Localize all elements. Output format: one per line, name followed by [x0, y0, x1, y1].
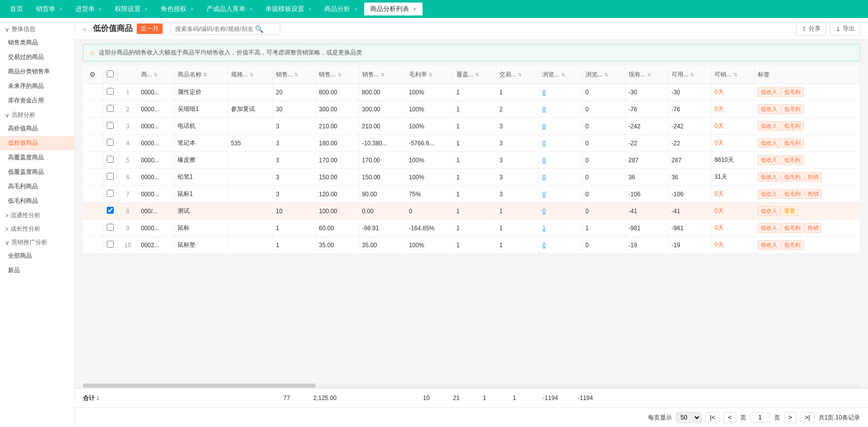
gear-button[interactable]: ⚙ [87, 69, 98, 79]
row-checkbox[interactable] [107, 156, 114, 163]
browse1-link[interactable]: 0 [542, 191, 546, 198]
close-purchase-icon[interactable]: × [99, 6, 102, 12]
row-sellable: 0天 [711, 203, 754, 220]
row-checkbox[interactable] [107, 105, 114, 112]
row-checkbox[interactable] [107, 207, 114, 214]
sidebar-item-low-profit[interactable]: 低毛利商品 [0, 194, 74, 208]
row-checkbox[interactable] [107, 173, 114, 180]
nav-product-analysis[interactable]: 商品分析 × [318, 2, 363, 15]
browse1-link[interactable]: 0 [542, 89, 546, 96]
th-browse2[interactable]: 浏览... ⇅ [582, 65, 625, 84]
th-current-stock[interactable]: 现有... ⇅ [625, 65, 668, 84]
th-sellable[interactable]: 可销... ⇅ [711, 65, 754, 84]
close-product-entry-icon[interactable]: × [249, 6, 252, 12]
browse1-link[interactable]: 0 [542, 140, 546, 147]
horizontal-scrollbar[interactable] [83, 384, 860, 388]
th-name[interactable]: 商品名称 ⇅ [174, 65, 227, 84]
browse1-link[interactable]: 0 [542, 208, 546, 215]
search-input[interactable] [175, 25, 255, 32]
row-available: -19 [668, 237, 711, 254]
tag-低毛利: 低毛利 [781, 155, 804, 165]
close-role-icon[interactable]: × [191, 6, 194, 12]
close-permission-icon[interactable]: × [145, 6, 148, 12]
prev-page-button[interactable]: < [723, 412, 736, 423]
sidebar-item-new-products[interactable]: 新品 [0, 263, 74, 278]
sidebar-section-flow[interactable]: > 流通性分析 [0, 208, 74, 222]
sidebar-item-low-value[interactable]: 低价值商品 [0, 136, 74, 150]
sidebar-section-growth[interactable]: > 成长性分析 [0, 222, 74, 235]
search-icon[interactable]: 🔍 [255, 25, 263, 33]
close-sales-icon[interactable]: × [59, 6, 62, 12]
row-coverage: 1 [453, 169, 496, 186]
sidebar-item-high-value[interactable]: 高价值商品 [0, 121, 74, 136]
time-filter-button[interactable]: 近一月 [137, 23, 163, 34]
nav-purchase[interactable]: 进货单 × [69, 2, 108, 15]
sidebar-item-inventory-capital[interactable]: 库存资金占用 [0, 93, 74, 108]
th-sale-qty[interactable]: 销售... ⇅ [273, 65, 316, 84]
browse1-link[interactable]: 0 [542, 157, 546, 164]
th-browse1[interactable]: 浏览... ⇅ [539, 65, 582, 84]
row-gross-rate: 100% [406, 84, 453, 101]
close-product-analysis-list-icon[interactable]: × [413, 6, 416, 12]
sidebar-item-unordered[interactable]: 未来序的商品 [0, 79, 74, 93]
browse1-link[interactable]: 0 [542, 242, 546, 249]
row-spec: 535 [227, 135, 272, 152]
row-sale-profit: -10,380... [359, 135, 406, 152]
nav-permission[interactable]: 权限设置 × [109, 2, 154, 15]
row-sale-qty: 30 [273, 101, 316, 118]
scroll-thumb[interactable] [83, 384, 316, 388]
sidebar-item-sales-category[interactable]: 销售类商品 [0, 35, 74, 50]
th-code[interactable]: 商... ⇅ [138, 65, 174, 84]
th-coverage[interactable]: 覆盖... ⇅ [453, 65, 496, 84]
th-spec[interactable]: 规格... ⇅ [227, 65, 272, 84]
sidebar-item-low-coverage[interactable]: 低覆盖度商品 [0, 165, 74, 179]
browse1-link[interactable]: 0 [542, 123, 546, 130]
tag-低毛利: 低毛利 [781, 104, 804, 114]
nav-product-analysis-list[interactable]: 商品分析列表 × [364, 2, 422, 15]
browse1-link[interactable]: 0 [542, 106, 546, 113]
sidebar-item-all-products[interactable]: 全部商品 [0, 249, 74, 263]
first-page-button[interactable]: |< [705, 412, 719, 423]
nav-role[interactable]: 角色授权 × [155, 2, 200, 15]
export-button[interactable]: ⤓ 导出 [830, 22, 860, 35]
row-checkbox[interactable] [107, 122, 114, 129]
row-checkbox[interactable] [107, 88, 114, 95]
th-available[interactable]: 可用... ⇅ [668, 65, 711, 84]
row-available: -30 [668, 84, 711, 101]
th-gross-rate[interactable]: 毛利率 ⇅ [406, 65, 453, 84]
check-all-checkbox[interactable] [107, 70, 114, 77]
page-size-select[interactable]: 50 100 200 [676, 412, 701, 423]
nav-sales[interactable]: 销货单 × [30, 2, 68, 15]
nav-template[interactable]: 单据模板设置 × [259, 2, 317, 15]
page-input[interactable] [750, 413, 770, 423]
close-product-analysis-icon[interactable]: × [354, 6, 357, 12]
sidebar-section-asset[interactable]: ∨ 员财分析 [0, 108, 74, 121]
browse1-link[interactable]: 1 [542, 225, 546, 232]
tag-低收入: 低收入 [758, 121, 780, 131]
th-sale-profit[interactable]: 销售... ⇅ [359, 65, 406, 84]
last-page-button[interactable]: >| [801, 412, 815, 423]
sidebar-item-category-sales[interactable]: 商品分类销售率 [0, 64, 74, 79]
browse1-link[interactable]: 0 [542, 174, 546, 181]
next-page-button[interactable]: > [784, 412, 797, 423]
sidebar-section-marketing[interactable]: ∨ 营销推广分析 [0, 235, 74, 249]
share-button[interactable]: ⇧ 分享 [796, 22, 826, 35]
nav-product-entry[interactable]: 产成品入库单 × [201, 2, 258, 15]
row-trade-count: 3 [496, 135, 539, 152]
row-browse1: 0 [539, 203, 582, 220]
sidebar-item-high-profit[interactable]: 高毛利商品 [0, 179, 74, 194]
th-trade-count[interactable]: 交易... ⇅ [496, 65, 539, 84]
close-template-icon[interactable]: × [308, 6, 311, 12]
sidebar-item-traded[interactable]: 交易过的商品 [0, 50, 74, 64]
chevron-down-icon: ∨ [5, 26, 9, 33]
nav-home[interactable]: 首页 [4, 2, 29, 15]
th-sale-amount[interactable]: 销售... ⇅ [316, 65, 359, 84]
sidebar-section-overall[interactable]: ∨ 整体信息 [0, 22, 74, 35]
sidebar-item-high-coverage[interactable]: 高覆盖度商品 [0, 150, 74, 165]
collapse-sidebar-icon[interactable]: « [83, 25, 87, 33]
row-checkbox[interactable] [107, 241, 114, 248]
row-checkbox[interactable] [107, 224, 114, 231]
row-checkbox[interactable] [107, 190, 114, 197]
row-gross-rate: 100% [406, 169, 453, 186]
row-checkbox[interactable] [107, 139, 114, 146]
